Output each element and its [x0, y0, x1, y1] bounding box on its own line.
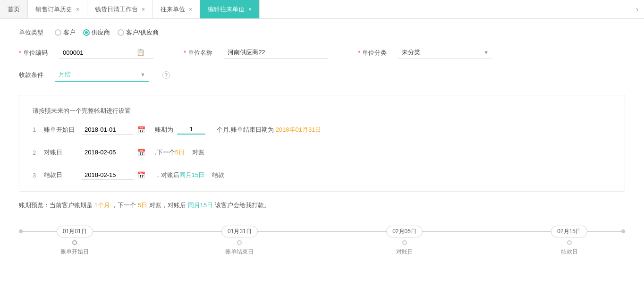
row3-highlight2: 同月15日 — [179, 171, 204, 179]
date-input-1[interactable] — [82, 125, 134, 135]
tab-edit-partner-close[interactable]: × — [248, 6, 252, 13]
preview-highlight1: 1个月 — [94, 202, 110, 209]
section-box: 请按照未来的一个完整帐期进行设置 1 账单开始日 📅 账期为 个月,账单结束日期… — [19, 95, 625, 192]
preview-mid1: ，下一个 — [111, 202, 136, 209]
tab-sales-history-close[interactable]: × — [76, 6, 79, 13]
node-label-2: 对账日 — [396, 248, 413, 256]
date-input-3[interactable] — [82, 170, 134, 180]
radio-both-label: 客户/供应商 — [126, 28, 159, 37]
unit-classify-select[interactable]: 未分类 ▼ — [398, 46, 492, 59]
row2-desc-part1: ,下一个 — [155, 148, 175, 157]
preview-mid2: 对账，对账后 — [149, 202, 186, 209]
unit-code-input[interactable] — [59, 47, 135, 58]
tab-sales-history[interactable]: 销售订单历史 × — [28, 0, 87, 18]
tab-home-label: 首页 — [8, 5, 20, 14]
payment-help-icon[interactable]: ? — [162, 71, 170, 79]
unit-type-radio-group: 客户 供应商 客户/供应商 — [55, 28, 159, 37]
unit-type-row: 单位类型 客户 供应商 客户/供应商 — [19, 28, 625, 37]
radio-both[interactable]: 客户/供应商 — [118, 28, 159, 37]
payment-select[interactable]: 月结 ▼ — [55, 68, 149, 82]
radio-supplier[interactable]: 供应商 — [83, 28, 110, 37]
radio-customer-label: 客户 — [63, 28, 76, 37]
timeline-right-dot — [621, 229, 625, 233]
section-title: 请按照未来的一个完整帐期进行设置 — [33, 107, 611, 115]
payment-dropdown-arrow-icon: ▼ — [140, 72, 145, 77]
timeline-node-1: 01月31日 账单结束日 — [221, 226, 258, 256]
tab-cash-work-label: 钱货日清工作台 — [95, 5, 138, 14]
date-wrap-1: 📅 — [82, 125, 147, 135]
tab-home[interactable]: 首页 — [0, 0, 28, 18]
timeline-node-0: 01月01日 账单开始日 — [57, 226, 93, 256]
period-input[interactable] — [177, 125, 205, 135]
node-label-1: 账单结束日 — [225, 248, 254, 256]
setting-num-3: 3 — [33, 172, 44, 179]
tab-edit-partner[interactable]: 编辑往来单位 × — [200, 0, 260, 18]
unit-name-input[interactable] — [224, 47, 328, 59]
calendar-icon-3[interactable]: 📅 — [136, 171, 147, 179]
main-content: 单位类型 客户 供应商 客户/供应商 *单位编码 📋 — [0, 19, 644, 287]
date-wrap-3: 📅 — [82, 170, 147, 180]
row3-desc-part1: ，对账后 — [155, 171, 179, 179]
setting-num-2: 2 — [33, 149, 44, 156]
setting-row-1: 1 账单开始日 📅 账期为 个月,账单结束日期为 2018年01月31日 — [33, 125, 611, 135]
unit-classify-star: * — [358, 49, 360, 56]
setting-label-2: 对账日 — [44, 148, 82, 157]
preview-prefix: 账期预览：当前客户账期是 — [19, 202, 93, 209]
timeline-left-dot — [19, 229, 23, 233]
unit-classify-label: *单位分类 — [358, 49, 387, 57]
period-desc-before: 账期为 — [155, 126, 173, 134]
tab-partners-close[interactable]: × — [189, 6, 192, 13]
unit-name-label: *单位名称 — [184, 49, 212, 57]
unit-type-label: 单位类型 — [19, 28, 43, 37]
node-dot-3 — [567, 240, 572, 245]
node-dot-2 — [402, 240, 407, 245]
radio-supplier-circle — [83, 29, 90, 36]
payment-label: 收款条件 — [19, 71, 43, 79]
payment-value: 月结 — [59, 70, 71, 79]
row2-desc-part2: 对账 — [192, 148, 204, 157]
node-pill-1: 01月31日 — [221, 226, 258, 237]
node-dot-0 — [72, 240, 77, 245]
end-date-highlight: 2018年01月31日 — [276, 126, 322, 134]
tab-sales-history-label: 销售订单历史 — [35, 5, 72, 14]
tab-expand-button[interactable]: › — [630, 0, 644, 18]
timeline-node-2: 02月05日 对账日 — [386, 226, 423, 256]
setting-num-1: 1 — [33, 126, 44, 133]
tab-partners-label: 往来单位 — [161, 5, 185, 14]
setting-row-2: 2 对账日 📅 ,下一个 5日 对账 — [33, 148, 611, 157]
calendar-icon-2[interactable]: 📅 — [136, 149, 147, 156]
tab-partners[interactable]: 往来单位 × — [153, 0, 200, 18]
preview-suffix: 该客户会给我打款。 — [215, 202, 270, 209]
setting-label-1: 账单开始日 — [44, 126, 82, 134]
unit-code-star: * — [19, 49, 21, 56]
radio-both-circle — [118, 29, 124, 36]
payment-row: 收款条件 月结 ▼ ? — [19, 68, 625, 82]
node-dot-1 — [237, 240, 242, 245]
tab-cash-work-close[interactable]: × — [142, 6, 145, 13]
unit-classify-value: 未分类 — [402, 48, 420, 57]
unit-classify-wrap: 未分类 ▼ — [398, 46, 492, 59]
row2-highlight1: 5日 — [175, 148, 185, 157]
preview-text: 账期预览：当前客户账期是 1个月 ，下一个 5日 对账，对账后 同月15日 该客… — [19, 201, 625, 210]
tab-bar: 首页 销售订单历史 × 钱货日清工作台 × 往来单位 × 编辑往来单位 × › — [0, 0, 644, 19]
node-label-0: 账单开始日 — [60, 248, 89, 256]
radio-customer-circle — [55, 29, 61, 36]
node-pill-0: 01月01日 — [57, 226, 93, 237]
preview-highlight3: 同月15日 — [188, 202, 213, 209]
tab-cash-work[interactable]: 钱货日清工作台 × — [87, 0, 153, 18]
period-desc-after: 个月,账单结束日期为 — [217, 126, 274, 134]
date-wrap-2: 📅 — [82, 148, 147, 157]
date-input-2[interactable] — [82, 148, 134, 157]
radio-customer[interactable]: 客户 — [55, 28, 76, 37]
node-pill-2: 02月05日 — [386, 226, 423, 237]
unit-name-star: * — [184, 49, 186, 56]
preview-highlight2: 5日 — [138, 202, 147, 209]
unit-code-icon[interactable]: 📋 — [135, 49, 146, 56]
node-label-3: 结款日 — [561, 248, 578, 256]
setting-row-3: 3 结款日 📅 ，对账后 同月15日 结款 — [33, 170, 611, 180]
timeline: 01月01日 账单开始日 01月31日 账单结束日 02月05日 对账日 02月… — [19, 221, 625, 261]
setting-label-3: 结款日 — [44, 171, 82, 179]
row3-desc-part2: 结款 — [212, 171, 224, 179]
unit-info-row: *单位编码 📋 *单位名称 *单位分类 未分类 ▼ — [19, 46, 625, 59]
calendar-icon-1[interactable]: 📅 — [136, 126, 147, 134]
